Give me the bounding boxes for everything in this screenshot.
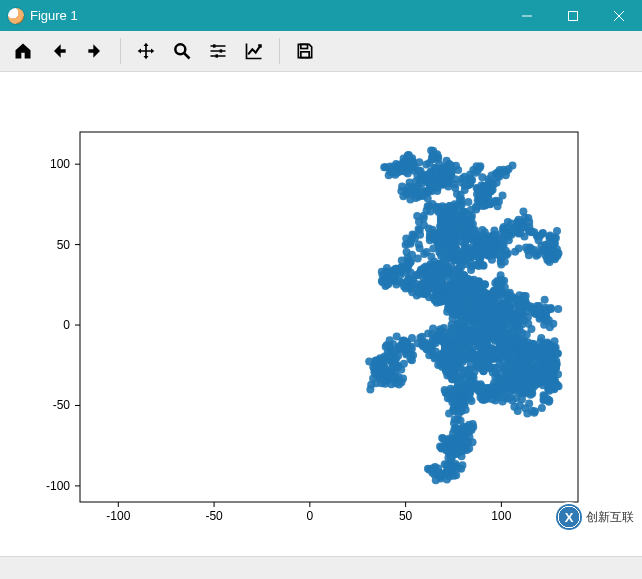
svg-text:-50: -50 xyxy=(205,509,223,523)
forward-button[interactable] xyxy=(78,34,112,68)
svg-point-2385 xyxy=(522,244,530,252)
svg-point-2707 xyxy=(406,156,414,164)
svg-point-1613 xyxy=(436,443,444,451)
plot-canvas[interactable]: -100-50050100-100-50050100 创新互联 xyxy=(0,72,642,556)
sliders-icon xyxy=(208,41,228,61)
svg-point-2943 xyxy=(455,212,463,220)
svg-point-2740 xyxy=(398,182,406,190)
svg-point-2465 xyxy=(489,248,497,256)
subplots-button[interactable] xyxy=(201,34,235,68)
svg-point-1660 xyxy=(458,431,466,439)
svg-point-1120 xyxy=(530,409,538,417)
matplotlib-icon xyxy=(8,8,24,24)
svg-text:100: 100 xyxy=(50,157,70,171)
svg-point-1795 xyxy=(506,335,514,343)
svg-point-2328 xyxy=(526,227,534,235)
toolbar xyxy=(0,31,642,72)
svg-rect-0 xyxy=(569,11,578,20)
svg-point-2024 xyxy=(423,276,431,284)
svg-point-1121 xyxy=(538,404,546,412)
svg-point-2159 xyxy=(455,288,463,296)
svg-point-1061 xyxy=(554,350,562,358)
pan-button[interactable] xyxy=(129,34,163,68)
svg-point-2708 xyxy=(399,158,407,166)
svg-point-2376 xyxy=(545,250,553,258)
move-icon xyxy=(136,41,156,61)
svg-point-1750 xyxy=(474,386,482,394)
svg-point-2842 xyxy=(447,162,455,170)
svg-text:-50: -50 xyxy=(53,398,71,412)
svg-point-1604 xyxy=(441,460,449,468)
minimize-button[interactable] xyxy=(504,0,550,31)
svg-point-2995 xyxy=(444,238,452,246)
close-button[interactable] xyxy=(596,0,642,31)
svg-point-2973 xyxy=(408,235,416,243)
save-icon xyxy=(295,41,315,61)
svg-point-2874 xyxy=(472,169,480,177)
svg-text:50: 50 xyxy=(399,509,413,523)
svg-point-1438 xyxy=(431,333,439,341)
svg-point-1938 xyxy=(414,255,422,263)
svg-point-2320 xyxy=(525,218,533,226)
svg-point-3013 xyxy=(478,226,486,234)
svg-point-2163 xyxy=(456,277,464,285)
toolbar-separator xyxy=(120,38,121,64)
svg-point-1143 xyxy=(509,357,517,365)
svg-point-2950 xyxy=(446,202,454,210)
svg-rect-6 xyxy=(301,52,309,58)
svg-rect-4 xyxy=(216,54,219,57)
svg-point-772 xyxy=(541,296,549,304)
svg-point-1 xyxy=(175,44,185,54)
svg-point-2130 xyxy=(478,306,486,314)
svg-rect-3 xyxy=(220,49,223,52)
svg-rect-5 xyxy=(301,44,308,48)
svg-point-780 xyxy=(536,307,544,315)
svg-point-1131 xyxy=(545,387,553,395)
svg-text:-100: -100 xyxy=(106,509,130,523)
svg-point-1829 xyxy=(470,322,478,330)
figure-window: Figure 1 xyxy=(0,0,642,579)
svg-point-88 xyxy=(365,357,373,365)
arrow-right-icon xyxy=(85,41,105,61)
svg-point-505 xyxy=(429,324,437,332)
svg-point-57 xyxy=(395,381,403,389)
svg-point-2710 xyxy=(406,165,414,173)
svg-point-1738 xyxy=(484,391,492,399)
back-button[interactable] xyxy=(42,34,76,68)
svg-point-1318 xyxy=(505,305,513,313)
svg-text:0: 0 xyxy=(307,509,314,523)
svg-point-1114 xyxy=(518,395,526,403)
svg-point-2474 xyxy=(469,248,477,256)
edit-axes-button[interactable] xyxy=(237,34,271,68)
svg-point-133 xyxy=(386,336,394,344)
save-button[interactable] xyxy=(288,34,322,68)
statusbar xyxy=(0,556,642,579)
svg-text:0: 0 xyxy=(63,318,70,332)
svg-point-1997 xyxy=(413,291,421,299)
svg-point-2022 xyxy=(425,269,433,277)
svg-rect-2 xyxy=(213,44,216,47)
svg-text:50: 50 xyxy=(57,238,71,252)
svg-point-2742 xyxy=(399,192,407,200)
window-title: Figure 1 xyxy=(30,8,78,23)
svg-point-1132 xyxy=(553,382,561,390)
svg-point-2883 xyxy=(509,162,517,170)
maximize-button[interactable] xyxy=(550,0,596,31)
svg-text:-100: -100 xyxy=(46,479,70,493)
svg-point-1316 xyxy=(516,305,524,313)
titlebar: Figure 1 xyxy=(0,0,642,31)
toolbar-separator xyxy=(279,38,280,64)
svg-point-777 xyxy=(554,305,562,313)
svg-point-1767 xyxy=(479,367,487,375)
svg-point-210 xyxy=(429,351,437,359)
svg-point-2333 xyxy=(539,229,547,237)
zoom-button[interactable] xyxy=(165,34,199,68)
svg-point-2972 xyxy=(402,241,410,249)
chart-line-icon xyxy=(244,41,264,61)
home-button[interactable] xyxy=(6,34,40,68)
scatter-plot: -100-50050100-100-50050100 xyxy=(0,72,642,558)
svg-point-2063 xyxy=(425,293,433,301)
svg-point-1439 xyxy=(439,338,447,346)
svg-point-2886 xyxy=(502,171,510,179)
svg-point-1819 xyxy=(488,329,496,337)
